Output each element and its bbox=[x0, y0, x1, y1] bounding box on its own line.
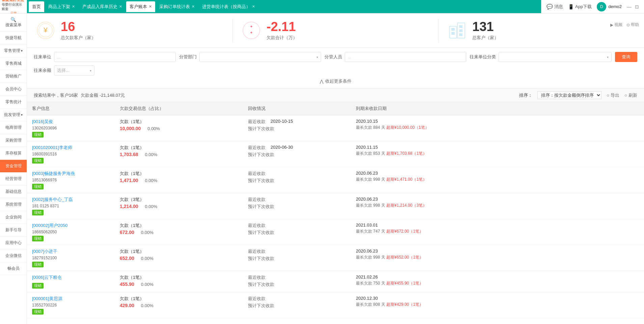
export-btn[interactable]: ○ 导出 bbox=[607, 92, 619, 98]
search-icon: 🔍 bbox=[2, 17, 25, 22]
sort-select[interactable]: 排序：按欠款金额倒序排序 bbox=[537, 91, 601, 99]
minimize-icon[interactable]: — bbox=[627, 4, 632, 9]
sidebar-item-enterprise-wechat[interactable]: 企业微信 bbox=[0, 249, 27, 262]
sort-label: 排序： bbox=[519, 92, 532, 98]
tab-home[interactable]: 首页 bbox=[29, 1, 44, 12]
stat-total-customers: 131 总客户（家） ▶ 视频 ⊙ 帮助 bbox=[439, 19, 644, 42]
debt-percent: 0.00% bbox=[141, 303, 153, 308]
overdue-link[interactable]: 超期¥1,703.68（1笔） bbox=[386, 151, 427, 156]
payment-recent: 最近收款 bbox=[248, 171, 346, 177]
collapse-row: ⋀ 收起更多条件 bbox=[34, 76, 637, 84]
unit-category-select[interactable]: ▾ bbox=[499, 52, 612, 62]
sidebar-item-enterprise-collab[interactable]: 企业协同 bbox=[0, 211, 27, 224]
tab-purchase-stats[interactable]: 进货单统计表（按商品） ✕ bbox=[199, 1, 258, 12]
overdue-link[interactable]: 超期¥429.00（1笔） bbox=[386, 302, 423, 307]
stat-debt-customers-value: 16 bbox=[61, 20, 96, 33]
overdue-link[interactable]: 超期¥1,214.00（3笔） bbox=[386, 203, 427, 208]
unit-category-label: 往来单位分类 bbox=[470, 54, 496, 60]
logo-area: 畅捷通好生意 母婴行业演示账套 示范 bbox=[0, 0, 27, 13]
user-area[interactable]: D demo2 bbox=[597, 2, 622, 11]
svg-text:¥: ¥ bbox=[43, 26, 48, 34]
tab-purchase-order[interactable]: 采购订单统计表 ✕ bbox=[156, 1, 198, 12]
customer-name-link[interactable]: [0006]云下粮仓 bbox=[32, 274, 110, 281]
customer-name-link[interactable]: [0007]小进干 bbox=[32, 248, 110, 255]
stat-debt-customers-label: 总欠款客户（家） bbox=[61, 35, 96, 41]
customer-name-link[interactable]: [0003]畅捷服务尹海燕 bbox=[32, 171, 110, 177]
maximize-icon[interactable]: ⊡ bbox=[635, 4, 639, 9]
tab-production-history[interactable]: 产成品入库单历史 ✕ bbox=[79, 1, 125, 12]
close-icon[interactable]: ✕ bbox=[192, 4, 195, 9]
sidebar-search[interactable]: 🔍 搜索菜单 bbox=[0, 13, 27, 32]
sidebar-item-retail-mall[interactable]: 零售商城 bbox=[0, 57, 27, 70]
sidebar-item-operations[interactable]: 经营管理 bbox=[0, 173, 27, 185]
results-summary: 搜索结果中，客户16家 欠款金额 -21,148.07元 bbox=[34, 92, 125, 98]
overdue-link[interactable]: 超期¥455.90（1笔） bbox=[386, 281, 423, 286]
close-icon[interactable]: ✕ bbox=[149, 4, 152, 9]
col-payment-status: 回收情况 bbox=[243, 102, 351, 115]
sidebar-item-finance-mgmt[interactable]: 资金管理 bbox=[0, 160, 27, 173]
sidebar: 🔍 搜索菜单 快捷导航 零售管理 ▾ 零售商城 营销推广 会员中心 零售统计 批… bbox=[0, 13, 27, 324]
overdue-link[interactable]: 超期¥672.00（1笔） bbox=[386, 229, 423, 234]
debt-percent: 0.00% bbox=[147, 126, 160, 131]
person-input[interactable]: ... bbox=[345, 52, 467, 62]
avatar: D bbox=[597, 2, 606, 11]
source-unit-label: 往来单位 bbox=[34, 54, 51, 60]
search-button[interactable]: 查询 bbox=[615, 52, 637, 62]
close-icon[interactable]: ✕ bbox=[72, 4, 75, 9]
close-icon[interactable]: ✕ bbox=[252, 4, 255, 9]
sidebar-item-inventory[interactable]: 库存核算 bbox=[0, 147, 27, 160]
top-right-area: 💬 消息 📱 App下载 D demo2 — ⊡ bbox=[541, 0, 644, 13]
sidebar-item-member-center[interactable]: 会员中心 bbox=[0, 83, 27, 96]
sidebar-item-batch-mgmt[interactable]: 批发管理 ▾ bbox=[0, 109, 27, 121]
customer-tag: 现销 bbox=[32, 283, 44, 289]
message-icon: 💬 bbox=[547, 4, 553, 10]
payment-next: 预计下次收款 bbox=[248, 126, 346, 132]
table-row: [000001]黄思源 13552700226 现销 欠款（1笔） 429.00… bbox=[27, 292, 644, 318]
customer-name-link[interactable]: [0001020001]李老师 bbox=[32, 145, 110, 151]
help-btn[interactable]: ⊙ 帮助 bbox=[626, 22, 639, 28]
results-bar: 搜索结果中，客户16家 欠款金额 -21,148.07元 排序： 排序：按欠款金… bbox=[27, 89, 644, 102]
sidebar-item-app-center[interactable]: 应用中心 bbox=[0, 237, 27, 249]
sidebar-item-ecommerce[interactable]: 电商管理 bbox=[0, 121, 27, 134]
debt-amount: 429.00 bbox=[120, 303, 134, 308]
play-icon: ▶ bbox=[610, 23, 613, 27]
overdue-link[interactable]: 超期¥652.00（1笔） bbox=[386, 255, 423, 260]
customer-name-link[interactable]: [0002]服务中心_丁磊 bbox=[32, 197, 110, 203]
logo-text: 畅捷通好生意 母婴行业演示账套 bbox=[2, 0, 25, 11]
customer-name-link[interactable]: [000002]用户2050 bbox=[32, 223, 110, 229]
customer-phone: 181 0125 8371 bbox=[32, 204, 110, 208]
payment-next: 预计下次收款 bbox=[248, 152, 346, 158]
refresh-btn[interactable]: ○ 刷新 bbox=[624, 92, 637, 98]
collapse-btn[interactable]: ⋀ 收起更多条件 bbox=[320, 78, 352, 84]
dept-select[interactable]: ▾ bbox=[199, 52, 321, 62]
results-amount: 欠款金额 -21,148.07元 bbox=[81, 92, 125, 98]
message-btn[interactable]: 💬 消息 bbox=[547, 4, 563, 10]
sidebar-item-new-guide[interactable]: 新手引导 bbox=[0, 224, 27, 237]
overdue-link[interactable]: 超期¥1,471.00（1笔） bbox=[386, 177, 427, 182]
tab-products-offline[interactable]: 商品上下架 ✕ bbox=[45, 1, 78, 12]
svg-text:✦: ✦ bbox=[250, 30, 253, 35]
sidebar-item-member-plus[interactable]: 畅会员 bbox=[0, 262, 27, 275]
customer-name-link[interactable]: [000001]黄思源 bbox=[32, 296, 110, 302]
source-unit-input[interactable]: ... bbox=[54, 52, 176, 62]
view-video-btn[interactable]: ▶ 视频 bbox=[610, 22, 622, 28]
sidebar-item-basic-info[interactable]: 基础信息 bbox=[0, 185, 27, 198]
sidebar-item-retail-stats[interactable]: 零售统计 bbox=[0, 96, 27, 109]
sidebar-item-marketing[interactable]: 营销推广 bbox=[0, 70, 27, 83]
sidebar-item-quick-nav[interactable]: 快捷导航 bbox=[0, 32, 27, 45]
tab-customer-account[interactable]: 客户账本 ✕ bbox=[126, 1, 155, 12]
overdue-link[interactable]: 超期¥10,000.00（1笔） bbox=[386, 125, 429, 130]
balance-select[interactable]: 选择... ▾ bbox=[54, 65, 94, 76]
app-download-btn[interactable]: 📱 App下载 bbox=[568, 4, 592, 10]
sidebar-item-retail-mgmt[interactable]: 零售管理 ▾ bbox=[0, 45, 27, 57]
payment-recent: 最近收款 2020-06-30 bbox=[248, 145, 346, 151]
customer-name-link[interactable]: [0016]吴俊 bbox=[32, 119, 110, 125]
debt-percent: 0.00% bbox=[141, 230, 153, 235]
dept-label: 分管部门 bbox=[179, 54, 197, 60]
results-text: 搜索结果中，客户16家 bbox=[34, 92, 78, 98]
sidebar-item-system-mgmt[interactable]: 系统管理 bbox=[0, 198, 27, 211]
close-icon[interactable]: ✕ bbox=[119, 4, 122, 9]
filter-area: 往来单位 ... 分管部门 ▾ 分管人员 ... bbox=[27, 48, 644, 89]
sidebar-item-purchase-mgmt[interactable]: 采购管理 bbox=[0, 134, 27, 147]
debt-count: 欠款（1笔） bbox=[120, 171, 238, 177]
